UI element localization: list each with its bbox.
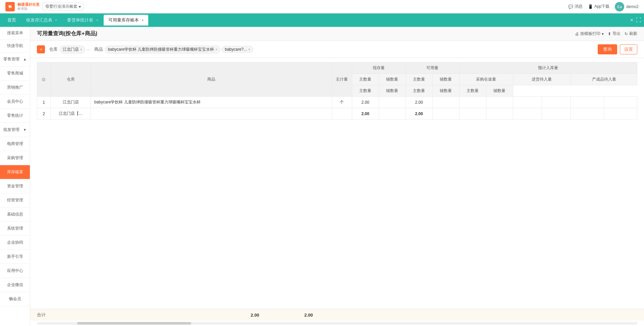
- sidebar-item-finance[interactable]: 资金管理: [0, 179, 30, 193]
- col-avail-main-header: 主数量: [406, 74, 432, 85]
- chevron-down-icon: ▾: [79, 4, 81, 9]
- sidebar-quick-nav[interactable]: 快捷导航: [0, 40, 30, 52]
- top-bar-left: 畅 畅捷通好生意 标准版 母婴行业演示账套 ▾: [5, 2, 84, 11]
- product-tag-close[interactable]: ×: [215, 48, 217, 51]
- sidebar-item-ecommerce[interactable]: 电商管理: [0, 137, 30, 151]
- tab-order-stat[interactable]: 要货单统计表 ×: [62, 15, 103, 26]
- col-purchase-header: 采购在途量: [459, 74, 513, 85]
- footer-avail-main-val: 2.00: [304, 313, 313, 318]
- sidebar-item-marketing[interactable]: 营销推广: [0, 81, 30, 95]
- user-menu[interactable]: Ea demo2: [615, 2, 639, 11]
- expand-filter-btn[interactable]: »: [37, 45, 45, 53]
- row1-purchase-main: [459, 97, 486, 108]
- row2-inbound-aux: [542, 108, 571, 120]
- row2-stock-aux: [379, 108, 406, 120]
- warehouse-tag-close[interactable]: ×: [80, 48, 82, 51]
- row1-stock-aux: [379, 97, 406, 108]
- message-btn[interactable]: 💬 消息: [568, 4, 583, 9]
- warehouse-filter: 仓库 江北门店 × ···: [49, 46, 90, 53]
- row1-inbound-main: [513, 97, 542, 108]
- row1-inbound-aux: [542, 97, 571, 108]
- product-tag-babycare[interactable]: babycare学饮杯 儿童防摔防撞吸管杯重力球吸嘴杯宝宝水杯 ×: [105, 46, 221, 53]
- top-bar-right: 💬 消息 📱 App下载 Ea demo2: [568, 2, 639, 11]
- horizontal-scrollbar[interactable]: [37, 322, 637, 325]
- filter-bar: » 仓库 江北门店 × ··· 商品 babycare学饮杯 儿童防摔防撞吸管杯…: [30, 41, 644, 58]
- sidebar-search[interactable]: 搜索菜单: [0, 27, 30, 40]
- sidebar-item-vip[interactable]: 畅会员: [0, 292, 30, 306]
- col-finished-header: 产成品待入量: [571, 74, 637, 85]
- row2-purchase-main: [459, 108, 486, 120]
- gear-icon[interactable]: ⚙: [42, 77, 46, 82]
- sidebar-item-retail-mgmt[interactable]: 零售管理 ▲: [0, 52, 30, 66]
- user-name: demo2: [626, 4, 639, 9]
- warehouse-more-dots[interactable]: ···: [87, 47, 90, 52]
- sidebar: 搜索菜单 快捷导航 零售管理 ▲ 零售商城 营销推广 会员中心 零售统计 批发管…: [0, 27, 30, 326]
- tab-available-close[interactable]: ×: [142, 18, 144, 22]
- col-inbound-main-header: 主数量: [406, 85, 432, 97]
- query-btn[interactable]: 查询: [598, 44, 617, 54]
- product-tag2-close[interactable]: ×: [248, 48, 250, 51]
- row2-avail-aux: [432, 108, 459, 120]
- scrollbar-thumb[interactable]: [77, 322, 191, 325]
- tab-close-all-btn[interactable]: ×: [630, 17, 633, 23]
- refresh-btn[interactable]: ↻ 刷新: [625, 31, 637, 37]
- sidebar-item-system[interactable]: 系统管理: [0, 222, 30, 236]
- col-stock-main-header: 主数量: [352, 74, 379, 85]
- tab-available[interactable]: 可用量库存账本 ×: [104, 15, 148, 26]
- sidebar-item-inventory[interactable]: 库存核算: [0, 165, 30, 179]
- sidebar-item-newbie[interactable]: 新手引导: [0, 250, 30, 264]
- tab-home-label: 首页: [7, 17, 16, 23]
- tab-fullscreen-btn[interactable]: ⛶: [636, 17, 641, 23]
- top-bar: 畅 畅捷通好生意 标准版 母婴行业演示账套 ▾ 💬 消息 📱 App下载 Ea …: [0, 0, 644, 13]
- app-logo: 畅: [5, 2, 15, 11]
- store-name: 母婴行业演示账套: [45, 4, 77, 9]
- app-download-btn[interactable]: 📱 App下载: [588, 4, 609, 9]
- tab-receive[interactable]: 收发存汇总表 ×: [21, 15, 62, 26]
- settings-btn[interactable]: 设置: [620, 44, 637, 54]
- sidebar-item-operation[interactable]: 经营管理: [0, 193, 30, 207]
- sidebar-item-retail-stats[interactable]: 零售统计: [0, 109, 30, 123]
- sidebar-item-wholesale-mgmt[interactable]: 批发管理 ▼: [0, 123, 30, 137]
- product-filter: 商品 babycare学饮杯 儿童防摔防撞吸管杯重力球吸嘴杯宝宝水杯 × bab…: [94, 46, 253, 53]
- sidebar-item-basic[interactable]: 基础信息: [0, 207, 30, 222]
- sidebar-search-label: 搜索菜单: [7, 31, 23, 35]
- message-icon: 💬: [568, 4, 573, 9]
- row2-finished-aux: [604, 108, 637, 120]
- scrollbar-area: [30, 321, 644, 326]
- row2-inbound-main: [513, 108, 542, 120]
- sidebar-retail-mgmt-label: 零售管理: [3, 56, 19, 62]
- print-btn[interactable]: 🖨 按模板打印 ▾: [575, 31, 604, 37]
- tab-receive-close[interactable]: ×: [55, 18, 57, 22]
- export-btn[interactable]: ⬆ 导出: [608, 31, 621, 37]
- table-header-row1: ⚙ 仓库 商品 主计量 现存量 可用量 预计入库量: [37, 62, 637, 74]
- col-purchase-main-header: 主数量: [352, 85, 379, 97]
- col-avail-header: 可用量: [406, 62, 459, 74]
- warehouse-tag-text: 江北门店: [63, 47, 79, 52]
- chevron-up-icon: ▲: [23, 57, 26, 61]
- quick-nav-label: 快捷导航: [7, 43, 23, 48]
- chevron-down-icon: ▾: [602, 32, 604, 36]
- message-label: 消息: [575, 4, 583, 9]
- warehouse-tag-jiangbei[interactable]: 江北门店 ×: [60, 46, 85, 53]
- sidebar-item-purchase[interactable]: 采购管理: [0, 151, 30, 165]
- col-unit-header: 主计量: [332, 62, 352, 97]
- sidebar-item-wechat-biz[interactable]: 企业微信: [0, 278, 30, 292]
- sidebar-item-enterprise[interactable]: 企业协同: [0, 236, 30, 250]
- product-filter-label: 商品: [94, 46, 103, 52]
- row1-index: 1: [37, 97, 51, 108]
- tab-order-stat-close[interactable]: ×: [96, 18, 98, 22]
- export-icon: ⬆: [608, 32, 611, 36]
- sidebar-item-member[interactable]: 会员中心: [0, 95, 30, 109]
- tab-order-stat-label: 要货单统计表: [67, 17, 93, 23]
- product-tag-babycare2[interactable]: babycare?... ×: [222, 46, 253, 53]
- col-gear: ⚙: [37, 62, 51, 97]
- row2-warehouse: 江北门店【...: [51, 108, 91, 120]
- store-selector[interactable]: 母婴行业演示账套 ▾: [42, 3, 84, 10]
- row2-index: 2: [37, 108, 51, 120]
- sidebar-item-retail-mall[interactable]: 零售商城: [0, 66, 30, 81]
- product-tags: babycare学饮杯 儿童防摔防撞吸管杯重力球吸嘴杯宝宝水杯 × babyca…: [105, 46, 253, 53]
- refresh-icon: ↻: [625, 32, 628, 36]
- tab-home[interactable]: 首页: [3, 15, 21, 26]
- sidebar-item-app-center[interactable]: 应用中心: [0, 264, 30, 278]
- avatar: Ea: [615, 2, 624, 11]
